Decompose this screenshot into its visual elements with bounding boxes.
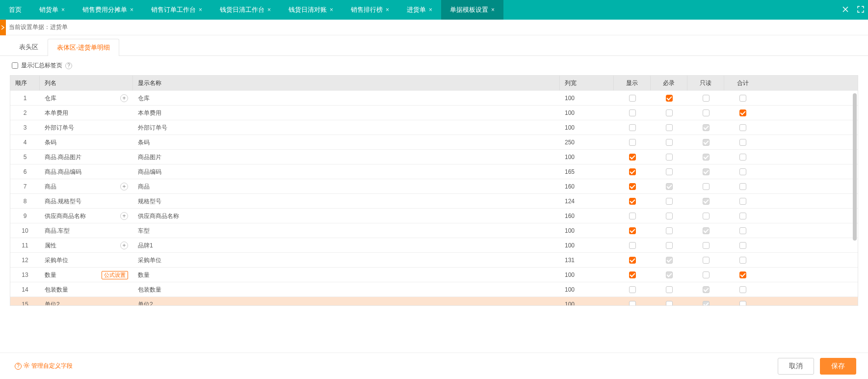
table-row[interactable]: 3外部订单号外部订单号100: [10, 120, 858, 135]
cell-width[interactable]: 100: [560, 150, 614, 164]
cell-display[interactable]: 商品图片: [133, 150, 560, 164]
table-row[interactable]: 2本单费用本单费用100: [10, 105, 858, 120]
show-checkbox[interactable]: [629, 139, 636, 146]
cell-width[interactable]: 250: [560, 135, 614, 150]
sum-checkbox[interactable]: [739, 213, 746, 219]
table-row[interactable]: 10商品.车型车型100: [10, 223, 858, 238]
req-checkbox[interactable]: [666, 124, 673, 131]
scrollbar-thumb[interactable]: [853, 93, 857, 241]
cell-display[interactable]: 车型: [133, 223, 560, 238]
top-tab[interactable]: 销售排行榜×: [342, 0, 398, 20]
show-checkbox[interactable]: [629, 198, 636, 205]
cell-width[interactable]: 131: [560, 253, 614, 268]
ro-checkbox[interactable]: [703, 183, 710, 190]
tab-close-icon[interactable]: ×: [267, 6, 271, 13]
fullscreen-icon[interactable]: [857, 6, 864, 14]
cell-display[interactable]: 采购单位: [133, 253, 560, 268]
sum-checkbox[interactable]: [739, 109, 746, 116]
req-checkbox[interactable]: [666, 168, 673, 175]
ro-checkbox[interactable]: [703, 109, 710, 116]
req-checkbox[interactable]: [666, 139, 673, 146]
expand-icon[interactable]: +: [120, 94, 128, 102]
ro-checkbox[interactable]: [703, 257, 710, 264]
table-row[interactable]: 4条码条码250: [10, 135, 858, 149]
table-row[interactable]: 14包装数量包装数量100: [10, 282, 858, 297]
top-tab[interactable]: 单据模板设置×: [441, 0, 503, 20]
tab-close-icon[interactable]: ×: [330, 6, 333, 13]
top-tab[interactable]: 首页: [0, 0, 30, 20]
req-checkbox[interactable]: [666, 227, 673, 234]
cell-display[interactable]: 商品编码: [133, 164, 560, 179]
table-row[interactable]: 9供应商商品名称+供应商商品名称160: [10, 208, 858, 223]
caret-icon[interactable]: [0, 20, 6, 35]
inner-tab[interactable]: 表体区-进货单明细: [48, 39, 119, 56]
req-checkbox[interactable]: [666, 301, 673, 305]
show-checkbox[interactable]: [629, 286, 636, 293]
req-checkbox[interactable]: [666, 109, 673, 116]
tab-close-icon[interactable]: ×: [61, 6, 65, 13]
show-checkbox[interactable]: [629, 124, 636, 131]
ro-checkbox[interactable]: [703, 95, 710, 102]
req-checkbox[interactable]: [666, 154, 673, 161]
req-checkbox[interactable]: [666, 198, 673, 205]
sum-checkbox[interactable]: [739, 198, 746, 205]
cell-display[interactable]: 商品: [133, 179, 560, 194]
tab-close-icon[interactable]: ×: [491, 6, 495, 13]
sum-checkbox[interactable]: [739, 271, 746, 278]
table-row[interactable]: 5商品.商品图片商品图片100: [10, 149, 858, 164]
cell-width[interactable]: 160: [560, 179, 614, 194]
show-checkbox[interactable]: [629, 271, 636, 278]
sum-checkbox[interactable]: [739, 242, 746, 249]
cell-width[interactable]: 124: [560, 194, 614, 209]
show-checkbox[interactable]: [629, 257, 636, 264]
close-all-icon[interactable]: [842, 6, 848, 14]
expand-icon[interactable]: +: [120, 242, 128, 249]
cell-display[interactable]: 条码: [133, 135, 560, 150]
cell-width[interactable]: 100: [560, 282, 614, 297]
tab-close-icon[interactable]: ×: [130, 6, 133, 13]
table-row[interactable]: 15单位2单位2100: [10, 297, 858, 305]
table-row[interactable]: 11属性+品牌1100: [10, 238, 858, 252]
show-checkbox[interactable]: [629, 168, 636, 175]
cell-width[interactable]: 100: [560, 223, 614, 238]
req-checkbox[interactable]: [666, 213, 673, 219]
scrollbar-track[interactable]: [853, 93, 857, 306]
cell-display[interactable]: 包装数量: [133, 282, 560, 297]
table-row[interactable]: 12采购单位采购单位131: [10, 252, 858, 267]
cell-width[interactable]: 160: [560, 209, 614, 223]
ro-checkbox[interactable]: [703, 242, 710, 249]
sum-checkbox[interactable]: [739, 257, 746, 264]
show-checkbox[interactable]: [629, 109, 636, 116]
cell-display[interactable]: 规格型号: [133, 194, 560, 209]
cell-display[interactable]: 本单费用: [133, 106, 560, 120]
sum-checkbox[interactable]: [739, 95, 746, 102]
expand-icon[interactable]: +: [120, 183, 128, 190]
sum-checkbox[interactable]: [739, 227, 746, 234]
inner-tab[interactable]: 表头区: [10, 38, 48, 55]
show-checkbox[interactable]: [629, 154, 636, 161]
sum-checkbox[interactable]: [739, 124, 746, 131]
show-checkbox[interactable]: [629, 301, 636, 305]
top-tab[interactable]: 钱货日清工作台×: [211, 0, 280, 20]
table-row[interactable]: 1仓库+仓库100: [10, 90, 858, 105]
cell-width[interactable]: 100: [560, 106, 614, 120]
cell-display[interactable]: 供应商商品名称: [133, 209, 560, 223]
help-icon[interactable]: ?: [65, 62, 72, 69]
cell-width[interactable]: 165: [560, 164, 614, 179]
show-checkbox[interactable]: [629, 227, 636, 234]
sum-checkbox[interactable]: [739, 301, 746, 305]
show-checkbox[interactable]: [629, 95, 636, 102]
tab-close-icon[interactable]: ×: [199, 6, 202, 13]
expand-icon[interactable]: +: [120, 212, 128, 220]
cell-width[interactable]: 100: [560, 268, 614, 282]
table-row[interactable]: 6商品.商品编码商品编码165: [10, 164, 858, 179]
cell-width[interactable]: 100: [560, 238, 614, 253]
top-tab[interactable]: 销售费用分摊单×: [74, 0, 142, 20]
show-summary-checkbox[interactable]: [12, 62, 18, 69]
top-tab[interactable]: 销售订单工作台×: [142, 0, 211, 20]
sum-checkbox[interactable]: [739, 286, 746, 293]
cell-width[interactable]: 100: [560, 297, 614, 305]
cell-width[interactable]: 100: [560, 91, 614, 106]
show-checkbox[interactable]: [629, 213, 636, 219]
cell-display[interactable]: 品牌1: [133, 238, 560, 253]
